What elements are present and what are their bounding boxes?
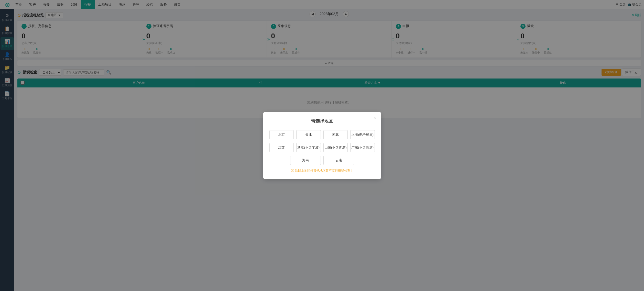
region-btn-yunnan[interactable]: 云南 xyxy=(323,156,354,165)
region-btn-hebei[interactable]: 河北 xyxy=(323,130,348,139)
warning-text: 除以上地区外其他地区暂不支持报税检查！ xyxy=(295,169,353,173)
modal-overlay[interactable]: × 请选择地区 北京 天津 河北 上海(电子税局) 江苏 浙江(不含宁波) 山东… xyxy=(0,0,644,291)
region-row-1: 北京 天津 河北 上海(电子税局) xyxy=(269,130,375,139)
modal-warning: ⓘ 除以上地区外其他地区暂不支持报税检查！ xyxy=(269,169,375,173)
region-row-3: 海南 云南 xyxy=(269,156,375,165)
modal-close-button[interactable]: × xyxy=(374,116,377,121)
region-btn-beijing[interactable]: 北京 xyxy=(269,130,294,139)
region-btn-hainan[interactable]: 海南 xyxy=(290,156,321,165)
modal-title: 请选择地区 xyxy=(269,118,375,124)
region-row-2: 江苏 浙江(不含宁波) 山东(不含青岛) 广东(不含深圳) xyxy=(269,143,375,152)
region-btn-jiangsu[interactable]: 江苏 xyxy=(269,143,294,152)
region-btn-shandong[interactable]: 山东(不含青岛) xyxy=(323,143,348,152)
region-btn-shanghai[interactable]: 上海(电子税局) xyxy=(350,130,375,139)
warning-icon: ⓘ xyxy=(291,169,294,173)
region-btn-tianjin[interactable]: 天津 xyxy=(296,130,321,139)
region-btn-guangdong[interactable]: 广东(不含深圳) xyxy=(350,143,375,152)
region-select-modal: × 请选择地区 北京 天津 河北 上海(电子税局) 江苏 浙江(不含宁波) 山东… xyxy=(263,112,381,179)
region-btn-zhejiang[interactable]: 浙江(不含宁波) xyxy=(296,143,321,152)
